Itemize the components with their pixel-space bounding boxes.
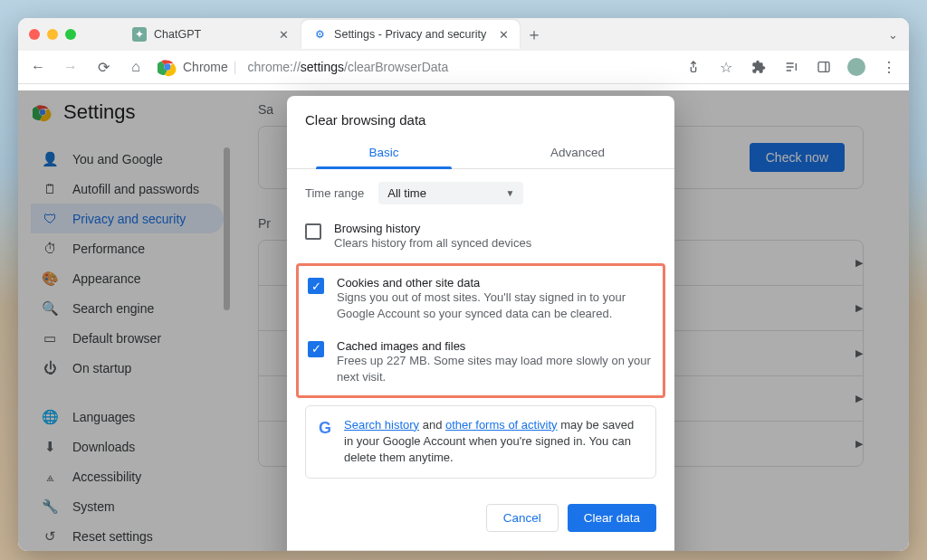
tab-bar: ✦ ChatGPT ✕ ⚙ Settings - Privacy and sec… [18,18,909,51]
close-tab-icon[interactable]: ✕ [499,28,509,42]
window-controls [29,29,76,40]
option-title: Browsing history [334,222,531,235]
option-desc: Frees up 227 MB. Some sites may load mor… [337,353,654,385]
clear-data-button[interactable]: Clear data [568,504,656,532]
chatgpt-favicon-icon: ✦ [132,27,147,42]
zoom-window-button[interactable] [65,29,76,40]
reading-list-icon[interactable] [780,56,802,78]
bookmark-icon[interactable]: ☆ [715,56,737,78]
chrome-logo-icon [158,57,177,77]
tab-overflow-icon[interactable]: ⌄ [884,24,902,45]
svg-rect-2 [818,62,829,72]
checkbox-checked[interactable]: ✓ [308,341,324,357]
option-cached[interactable]: ✓ Cached images and files Frees up 227 M… [299,331,663,394]
site-label: Chrome [183,60,228,74]
url-path: /clearBrowserData [344,60,448,74]
minimize-window-button[interactable] [47,29,58,40]
info-text: Search history and other forms of activi… [344,417,643,467]
forward-button[interactable]: → [60,56,81,78]
dialog-title: Clear browsing data [287,112,674,137]
side-panel-icon[interactable] [813,56,835,78]
site-info[interactable]: Chrome | [158,57,236,77]
tab-settings[interactable]: ⚙ Settings - Privacy and security ✕ [301,20,520,49]
tab-label: ChatGPT [154,28,201,41]
time-range-select[interactable]: All time ▼ [378,182,523,204]
tab-advanced[interactable]: Advanced [481,137,674,168]
url-host: settings [301,60,344,74]
option-title: Cookies and other site data [337,276,654,289]
clear-browsing-data-dialog: Clear browsing data Basic Advanced Time … [287,96,674,551]
address-bar[interactable]: chrome://settings/clearBrowserData [247,60,448,74]
profile-avatar-icon[interactable] [846,56,867,78]
signed-in-user: Dilum Senevirathne Syncing to [287,551,674,552]
option-desc: Clears history from all synced devices [334,235,531,252]
checkbox-checked[interactable]: ✓ [308,278,324,294]
dialog-tabs: Basic Advanced [287,137,674,169]
option-cookies[interactable]: ✓ Cookies and other site data Signs you … [299,268,663,330]
option-desc: Signs you out of most sites. You'll stay… [337,289,654,322]
time-range-value: All time [387,186,426,200]
highlighted-options: ✓ Cookies and other site data Signs you … [296,263,665,398]
gear-icon: ⚙ [312,27,327,42]
toolbar: ← → ⟳ ⌂ Chrome | chrome://settings/clear… [18,51,909,84]
close-window-button[interactable] [29,29,40,40]
other-activity-link[interactable]: other forms of activity [445,418,558,432]
extensions-icon[interactable] [748,56,769,78]
reload-button[interactable]: ⟳ [92,56,114,78]
menu-icon[interactable]: ⋮ [878,56,900,78]
home-button[interactable]: ⌂ [125,56,147,78]
chevron-down-icon: ▼ [505,188,514,198]
google-g-icon: G [319,417,331,440]
url-scheme: chrome:// [247,60,300,74]
svg-point-1 [165,64,170,70]
cancel-button[interactable]: Cancel [486,504,559,532]
search-history-link[interactable]: Search history [344,418,419,432]
option-browsing-history[interactable]: Browsing history Clears history from all… [287,214,674,260]
new-tab-button[interactable]: ＋ [521,22,547,47]
tab-label: Settings - Privacy and security [334,28,486,41]
tab-basic[interactable]: Basic [287,137,481,168]
close-tab-icon[interactable]: ✕ [279,28,289,42]
back-button[interactable]: ← [27,56,49,78]
checkbox-unchecked[interactable] [305,223,321,240]
option-title: Cached images and files [337,339,654,353]
tab-chatgpt[interactable]: ✦ ChatGPT ✕ [121,20,300,49]
share-icon[interactable] [683,56,704,78]
time-range-label: Time range [305,186,364,200]
google-activity-info: G Search history and other forms of acti… [305,405,656,479]
